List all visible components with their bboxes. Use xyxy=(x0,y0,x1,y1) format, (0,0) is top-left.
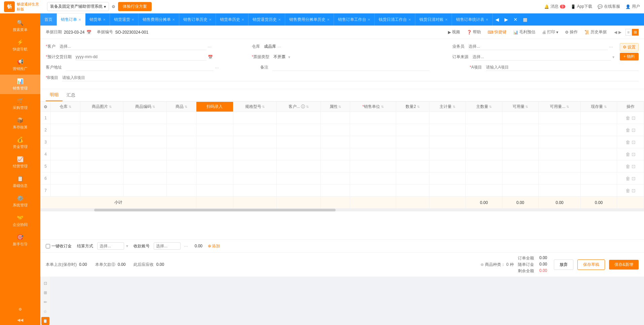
sidebar-item-guide[interactable]: 🎯 新手引导 xyxy=(0,231,40,250)
method-dropdown-icon[interactable]: ▾ xyxy=(126,244,128,248)
row-delete-button[interactable]: 🗑 xyxy=(626,164,630,169)
user-item[interactable]: 👤 用户 xyxy=(626,4,640,9)
tab-return-history[interactable]: 销货退货历史 ✕ xyxy=(249,13,285,26)
row-copy-button[interactable]: ⊡ xyxy=(632,176,636,181)
col-qty2[interactable]: 数量2 xyxy=(396,102,429,112)
order-source-input[interactable] xyxy=(472,53,611,60)
source-dropdown-icon[interactable]: ▾ xyxy=(612,55,614,59)
sidebar-item-navigation[interactable]: ⚡ 快捷导航 xyxy=(0,36,40,55)
row-copy-button[interactable]: ⊡ xyxy=(632,139,636,145)
right-panel-btn-2[interactable]: ⊞ xyxy=(41,289,49,297)
shortcut-button[interactable]: ⌨ 快捷键 xyxy=(486,28,508,36)
row-delete-button[interactable]: 🗑 xyxy=(626,115,630,121)
sidebar-item-sales[interactable]: 📊 销售管理 xyxy=(0,75,40,94)
help-button[interactable]: ❓ 帮助 xyxy=(465,28,483,36)
note-input[interactable] xyxy=(272,64,429,71)
payment-account-input[interactable] xyxy=(154,242,181,250)
row-delete-button[interactable]: 🗑 xyxy=(626,176,630,181)
sidebar-item-operation[interactable]: 📈 经营管理 xyxy=(0,153,40,172)
tab-daily-workbench[interactable]: 钱货日清工作台 ✕ xyxy=(375,13,415,26)
tab-invoice-history[interactable]: 销货单历史 ✕ xyxy=(216,13,249,26)
profit-button[interactable]: 📊 毛利预估 xyxy=(511,28,537,36)
tab-detail[interactable]: 明细 xyxy=(46,89,63,101)
col-spec[interactable]: 规格型号 xyxy=(233,102,277,112)
scroll-thumb[interactable] xyxy=(94,209,336,211)
tab-workbench[interactable]: 销售订单工作台 ✕ xyxy=(334,13,375,26)
tab-close-icon[interactable]: ✕ xyxy=(103,18,106,22)
customer-address-input[interactable] xyxy=(66,64,214,71)
add-payment-button[interactable]: ⊕ 添加 xyxy=(208,243,220,249)
sidebar-item-search[interactable]: 🔍 搜索菜单 xyxy=(0,16,40,36)
tab-sales-return[interactable]: 销货退货 ✕ xyxy=(110,13,139,26)
notification-item[interactable]: 🔔 消息 9 xyxy=(544,4,565,9)
sidebar-item-purchase[interactable]: 🛒 采购管理 xyxy=(0,94,40,114)
solution-button[interactable]: 体验行业方案 xyxy=(118,2,152,11)
discard-button[interactable]: 放弃 xyxy=(554,259,573,270)
history-button[interactable]: 📜 历史单据 xyxy=(582,28,609,36)
tab-close-icon[interactable]: ✕ xyxy=(209,18,212,22)
nav-next-icon[interactable]: ▶ xyxy=(618,30,621,35)
account-more-icon[interactable]: ··· xyxy=(183,243,189,249)
list-view-icon[interactable]: ≡ xyxy=(626,29,631,36)
ticket-dropdown-icon[interactable]: ▾ xyxy=(288,55,290,59)
grid-view-icon[interactable]: ⊞ xyxy=(632,29,639,36)
row-delete-button[interactable]: 🗑 xyxy=(626,152,630,157)
operation-button[interactable]: ⚙ 操作 xyxy=(563,28,580,36)
tab-close-icon[interactable]: ✕ xyxy=(278,18,281,22)
calendar-icon[interactable]: 📅 xyxy=(86,30,91,35)
tab-sales-invoice[interactable]: 销货单 ✕ xyxy=(85,13,110,26)
col-unit[interactable]: *销售单位 xyxy=(350,102,396,112)
calendar-icon[interactable]: 📅 xyxy=(208,55,213,59)
tab-expense-history[interactable]: 销售费用分摊单历史 ✕ xyxy=(285,13,334,26)
row-copy-button[interactable]: ⊡ xyxy=(632,127,636,133)
tab-close-icon[interactable]: ✕ xyxy=(445,18,448,22)
tab-close-icon[interactable]: ✕ xyxy=(327,18,330,22)
col-available[interactable]: 可用量 xyxy=(502,102,538,112)
row-delete-button[interactable]: 🗑 xyxy=(626,127,630,133)
col-stock[interactable]: 现存量 xyxy=(580,102,617,112)
tab-close-icon[interactable]: ✕ xyxy=(131,18,134,22)
nav-prev-icon[interactable]: ◀ xyxy=(614,30,617,35)
one-click-checkbox-label[interactable]: 一键收订金 xyxy=(46,243,72,249)
sidebar-item-marketing[interactable]: 📢 营销推广 xyxy=(0,55,40,75)
video-button[interactable]: ▶ 视频 xyxy=(446,28,462,36)
print-button[interactable]: 🖨 打印 ▾ xyxy=(540,28,560,36)
save-new-button[interactable]: 保存&新增 xyxy=(609,260,639,270)
col-warehouse[interactable]: 仓库 xyxy=(51,102,80,112)
tab-sales-order-history[interactable]: 销售订单历史 ✕ xyxy=(179,13,216,26)
tab-sales-expense[interactable]: 销售费用分摊单 ✕ xyxy=(139,13,179,26)
save-draft-button[interactable]: 保存草稿 xyxy=(577,259,605,270)
a-project-input[interactable] xyxy=(486,64,639,71)
col-code[interactable]: 商品编码 xyxy=(123,102,167,112)
col-available2[interactable]: 可用量... xyxy=(538,102,580,112)
address-more-icon[interactable]: ··· xyxy=(214,65,220,70)
sidebar-item-enterprise[interactable]: 🤝 企业协同 xyxy=(0,211,40,231)
row-copy-button[interactable]: ⊡ xyxy=(632,188,636,193)
col-attr[interactable]: 属性 xyxy=(320,102,350,112)
customer-more-icon[interactable]: ··· xyxy=(206,44,213,49)
tab-reconciliation[interactable]: 钱货日清对账 ✕ xyxy=(415,13,452,26)
b-project-input[interactable] xyxy=(62,74,639,81)
tab-close-icon[interactable]: ✕ xyxy=(408,18,411,22)
app-download-item[interactable]: 📱 App下载 xyxy=(571,4,592,9)
right-panel-btn-4[interactable]: ☆ xyxy=(41,308,49,316)
tab-close-icon[interactable]: ✕ xyxy=(486,18,488,22)
row-copy-button[interactable]: ⊡ xyxy=(632,152,636,157)
system-selector[interactable]: 装备及固定资产辅助管理系统 ▾ xyxy=(47,2,109,11)
sidebar-item-finance[interactable]: 💰 资金管理 xyxy=(0,133,40,153)
col-main-unit[interactable]: 主计量 xyxy=(429,102,466,112)
sidebar-item-basic[interactable]: 📋 基础信息 xyxy=(0,172,40,192)
tab-prev-button[interactable]: ◀ xyxy=(493,13,502,26)
tab-sales-order[interactable]: 销售订单 ✕ xyxy=(57,13,85,26)
payment-method-input[interactable] xyxy=(97,242,124,250)
settings-icon[interactable]: ⚙ xyxy=(112,4,115,9)
scroll-track[interactable] xyxy=(40,209,644,211)
col-product[interactable]: 商品 xyxy=(167,102,196,112)
row-delete-button[interactable]: 🗑 xyxy=(626,188,630,193)
tab-statistics[interactable]: 销售订单统计表 ✕ xyxy=(452,13,493,26)
sidebar-item-system[interactable]: ⚙️ 系统管理 xyxy=(0,192,40,211)
col-customer-code[interactable]: 客户... ⓘ xyxy=(276,102,320,112)
online-service-item[interactable]: 💬 在线客服 xyxy=(598,4,620,9)
customer-input[interactable] xyxy=(60,43,206,50)
add-product-button[interactable]: + 物料 xyxy=(620,53,639,60)
